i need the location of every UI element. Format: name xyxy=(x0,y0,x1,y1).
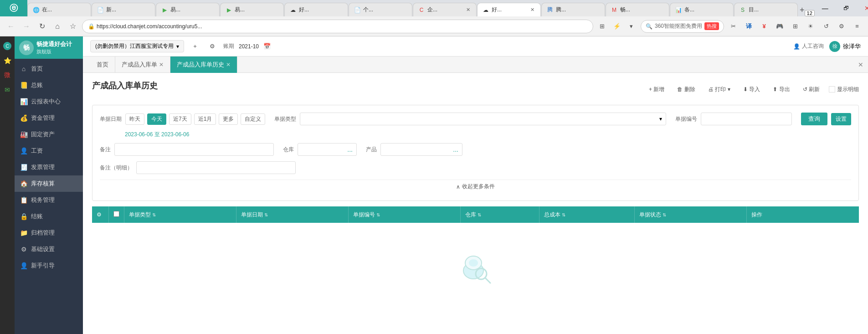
product-selector[interactable]: ... xyxy=(380,143,462,156)
show-cols-checkbox[interactable] xyxy=(829,86,835,92)
sidebar-item-tax[interactable]: 📋 税务管理 xyxy=(15,192,83,208)
warehouse-selector[interactable]: ... xyxy=(298,143,357,156)
show-cols-toggle[interactable]: 显示明细 xyxy=(829,86,859,93)
translate-button[interactable]: 译 xyxy=(742,20,755,33)
panel-close-button[interactable]: ✕ xyxy=(855,59,866,70)
sidebar-item-newuser[interactable]: 👤 新手引导 xyxy=(15,257,83,274)
refresh-data-button[interactable]: ↺ 刷新 xyxy=(799,84,823,95)
date-btn-today[interactable]: 今天 xyxy=(147,113,166,125)
forward-button[interactable]: → xyxy=(20,20,33,33)
browser-menu-button[interactable]: ≡ xyxy=(851,20,863,33)
sidebar-item-close[interactable]: 🔒 结账 xyxy=(15,208,83,225)
refresh-button[interactable]: ↻ xyxy=(36,20,48,33)
th-cost[interactable]: 总成本 ⇅ xyxy=(539,206,634,223)
tab-inventory-list-close-icon[interactable]: ✕ xyxy=(159,62,164,68)
sidebar-item-archive[interactable]: 📁 归档管理 xyxy=(15,225,83,241)
sidebar-item-fund[interactable]: 💰 资金管理 xyxy=(15,110,83,126)
th-settings[interactable]: ⚙ xyxy=(92,206,108,223)
brightness-button[interactable]: ☀ xyxy=(804,20,817,33)
add-button[interactable]: + 新增 xyxy=(645,84,668,95)
tab-10[interactable]: M 畅... xyxy=(606,3,669,16)
lightning-button[interactable]: ⚡ xyxy=(611,20,623,33)
date-btn-1month[interactable]: 近1月 xyxy=(194,113,216,125)
sidebar-item-inventory[interactable]: 🏠 库存核算 xyxy=(15,175,83,192)
calendar-icon[interactable]: 📅 xyxy=(263,43,271,50)
collapse-button[interactable]: ∧ 收起更多条件 xyxy=(100,180,851,193)
select-all-checkbox[interactable] xyxy=(113,211,119,217)
export-button[interactable]: ⬆ 导出 xyxy=(769,84,793,95)
yuan-button[interactable]: ¥ xyxy=(758,20,770,33)
maximize-button[interactable]: 🗗 xyxy=(836,0,857,16)
tab-3[interactable]: ▶ 易... xyxy=(156,3,220,16)
tab-8[interactable]: ☁ 好... ✕ xyxy=(477,3,541,16)
tab-8-close-icon[interactable]: ✕ xyxy=(529,6,536,14)
type-selector[interactable]: ▾ xyxy=(300,113,666,125)
warehouse-more-icon[interactable]: ... xyxy=(347,146,353,153)
game-button[interactable]: 🎮 xyxy=(773,20,786,33)
tab-6[interactable]: 📄 个... xyxy=(349,3,412,16)
tab-12[interactable]: S 目... xyxy=(734,3,798,16)
remark-input[interactable] xyxy=(114,143,274,156)
grid-view-button[interactable]: ⊞ xyxy=(789,20,801,33)
add-company-button[interactable]: + xyxy=(189,40,201,53)
delete-button[interactable]: 🗑 删除 xyxy=(673,84,699,95)
sidebar-item-payroll[interactable]: 👤 工资 xyxy=(15,143,83,159)
query-button[interactable]: 查询 xyxy=(801,113,827,125)
th-status[interactable]: 单据状态 ⇅ xyxy=(634,206,746,223)
tab-1[interactable]: 🌐 在... xyxy=(27,3,91,16)
tab-inventory-list[interactable]: 产成品入库单 ✕ xyxy=(115,57,170,73)
tab-5[interactable]: ☁ 好... xyxy=(284,3,348,16)
th-checkbox[interactable] xyxy=(108,206,124,223)
date-btn-yesterday[interactable]: 昨天 xyxy=(125,113,144,125)
browser-refresh-button[interactable]: ↺ xyxy=(820,20,832,33)
voucher-no-input[interactable] xyxy=(701,113,792,125)
date-btn-more[interactable]: 更多 xyxy=(219,113,238,125)
tab-2[interactable]: 📄 新... xyxy=(92,3,155,16)
tab-breadcrumb-home[interactable]: 首页 xyxy=(90,57,115,73)
tab-4[interactable]: ▶ 易... xyxy=(220,3,284,16)
sidebar-item-ledger[interactable]: 📒 总账 xyxy=(15,77,83,93)
th-warehouse[interactable]: 仓库 ⇅ xyxy=(461,206,539,223)
company-settings-button[interactable]: ⚙ xyxy=(206,40,219,53)
bookmark-button[interactable]: ☆ xyxy=(67,20,79,33)
tab-7[interactable]: C 企... ✕ xyxy=(413,3,477,16)
tab-7-close-icon[interactable]: ✕ xyxy=(464,6,472,14)
icon-sidebar-weibo[interactable]: 微 xyxy=(1,69,13,81)
close-window-button[interactable]: ✕ xyxy=(857,0,868,16)
th-date[interactable]: 单据日期 ⇅ xyxy=(236,206,348,223)
extensions-button[interactable]: ⊞ xyxy=(596,20,609,33)
date-btn-7days[interactable]: 近7天 xyxy=(169,113,191,125)
tab-9[interactable]: 腾 腾... xyxy=(541,3,605,16)
minimize-button[interactable]: — xyxy=(815,0,836,16)
scissors-button[interactable]: ✂ xyxy=(727,20,740,33)
tab-inventory-history-close-icon[interactable]: ✕ xyxy=(226,62,231,68)
sidebar-item-invoice[interactable]: 🧾 发票管理 xyxy=(15,159,83,175)
tab-inventory-history[interactable]: 产成品入库单历史 ✕ xyxy=(170,57,237,73)
sidebar-item-basic[interactable]: ⚙ 基础设置 xyxy=(15,241,83,257)
remark-detail-input[interactable] xyxy=(136,161,296,174)
back-button[interactable]: ← xyxy=(5,20,17,33)
print-dropdown-icon[interactable]: ▾ xyxy=(728,86,730,92)
home-button[interactable]: ⌂ xyxy=(51,20,64,33)
service-button[interactable]: 👤 人工咨询 xyxy=(793,42,824,50)
print-button[interactable]: 🖨 打印 ▾ xyxy=(704,84,734,95)
icon-sidebar-circle[interactable]: C xyxy=(1,40,13,52)
icon-sidebar-star[interactable]: ⭐ xyxy=(1,55,13,67)
th-type[interactable]: 单据类型 ⇅ xyxy=(124,206,236,223)
import-button[interactable]: ⬇ 导入 xyxy=(740,84,764,95)
dropdown-button[interactable]: ▾ xyxy=(625,20,638,33)
sidebar-item-home[interactable]: ⌂ 首页 xyxy=(15,61,83,77)
tab-11[interactable]: 📊 各... xyxy=(670,3,734,16)
url-bar[interactable]: 🔒 https://cloud.chanjet.com/accounting/u… xyxy=(82,20,593,33)
new-tab-button[interactable]: + xyxy=(800,4,805,16)
company-selector[interactable]: (勿删勿禁用）江西服宝测试专用 ▾ xyxy=(90,40,184,52)
product-more-icon[interactable]: ... xyxy=(453,146,458,153)
settings-button[interactable]: 设置 xyxy=(831,113,851,125)
date-btn-custom[interactable]: 自定义 xyxy=(241,113,265,125)
browser-settings-button[interactable]: ⚙ xyxy=(835,20,848,33)
user-profile[interactable]: 徐 徐泽华 xyxy=(829,41,861,52)
search-360-bar[interactable]: 🔍 360智能抠图免费用 热搜 xyxy=(641,20,724,33)
th-no[interactable]: 单据编号 ⇅ xyxy=(349,206,461,223)
icon-sidebar-mail[interactable]: ✉ xyxy=(1,84,13,96)
sidebar-item-fixed[interactable]: 🏭 固定资产 xyxy=(15,126,83,143)
